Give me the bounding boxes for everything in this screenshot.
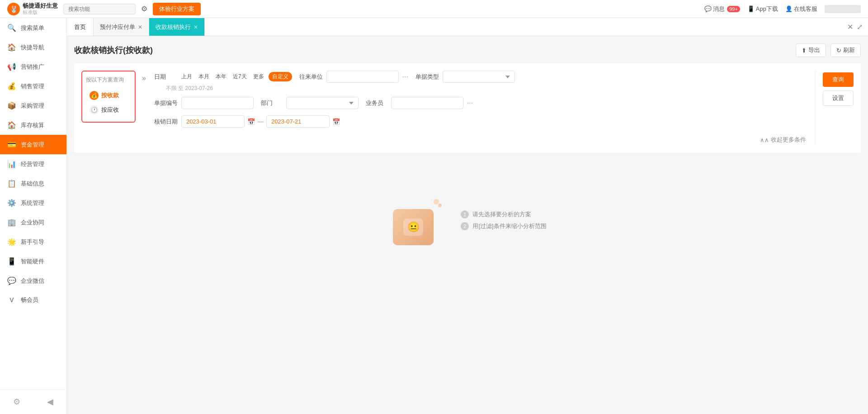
verify-date-end-input[interactable] [266,115,330,128]
tab-prepay-close[interactable]: ✕ [138,24,142,30]
sidebar-item-inventory[interactable]: 🏠 库存核算 [0,115,66,135]
topbar: 🐰 畅捷通好生意 标准版 ⚙ 体验行业方案 💬 消息 99+ 📱 App下载 👤… [0,0,868,18]
settings-bottom-icon[interactable]: ⚙ [9,393,24,410]
doc-type-group: 单据类型 [415,71,515,83]
dept-select[interactable] [286,97,359,109]
tab-close-all-icon[interactable]: ✕ [847,23,853,31]
empty-face: 😐 [403,219,423,236]
marketing-icon: 📢 [7,62,16,71]
sidebar-item-member[interactable]: V 畅会员 [0,290,66,309]
sidebar-item-quick-nav[interactable]: 🏠 快捷导航 [0,38,66,57]
filter-button-area: 查询 设置 [815,71,854,146]
tab-expand-icon[interactable]: ⤢ [857,23,863,31]
sidebar-item-wechat[interactable]: 💬 企业微信 [0,271,66,290]
member-icon: V [7,296,16,304]
tab-receivable-close[interactable]: ✕ [193,24,198,30]
step-num-2: 2 [461,222,469,230]
verify-date-end-cal-icon[interactable]: 📅 [332,118,340,125]
page-header: 收款核销执行(按收款) ⬆ 导出 ↻ 刷新 [74,43,861,57]
tabbar-actions: ✕ ⤢ [842,18,868,36]
page-content: 收款核销执行(按收款) ⬆ 导出 ↻ 刷新 按以下方 [67,36,868,414]
gear-icon[interactable]: ⚙ [141,5,147,13]
tab-home[interactable]: 首页 [67,18,94,36]
tab-prepay[interactable]: 预付冲应付单 ✕ [94,18,149,36]
sidebar-bottom: ⚙ ◀ [0,389,66,414]
refresh-icon: ↻ [836,47,841,54]
smart-hw-icon: 📱 [7,257,16,266]
doc-type-select[interactable] [443,71,515,83]
shortcut-this-year[interactable]: 本年 [214,72,228,81]
collapse-filter-icon[interactable]: » [139,74,149,82]
fund-icon: 💳 [7,140,16,149]
sidebar-item-smart-hw[interactable]: 📱 智能硬件 [0,252,66,271]
guide-icon: 🌟 [7,238,16,246]
online-service-item[interactable]: 👤 在线客服 [785,5,817,13]
date-shortcuts: 上月 本月 本年 近7天 更多 自定义 [179,72,292,81]
verify-date-group: 核销日期 📅 — 📅 [154,115,340,128]
query-button[interactable]: 查询 [823,72,854,87]
verify-date-range: 📅 — 📅 [181,115,340,128]
step-num-1: 1 [461,210,469,219]
shortcut-custom[interactable]: 自定义 [269,72,292,81]
filter-sidebar-title: 按以下方案查询 [86,76,131,84]
staff-input[interactable] [391,97,463,109]
filter-option-by-receipt[interactable]: 💰 按收款 [86,88,131,103]
filter-row-3: 核销日期 📅 — 📅 [154,115,806,128]
shortcut-this-month[interactable]: 本月 [197,72,211,81]
collapse-more-button[interactable]: ∧∧ 收起更多条件 [760,134,806,146]
shortcut-more[interactable]: 更多 [251,72,266,81]
counterpart-label: 往来单位 [299,73,323,81]
inventory-icon: 🏠 [7,121,16,129]
search-wrap [63,4,136,14]
empty-steps: 1 请先选择要分析的方案 2 用[过滤]条件来缩小分析范围 [461,210,546,230]
app-icon: 📱 [747,5,755,12]
app-download-item[interactable]: 📱 App下载 [747,5,778,13]
logo-name: 畅捷通好生意 [23,2,58,10]
logo-sub: 标准版 [23,10,58,15]
sidebar-item-search-menu[interactable]: 🔍 搜索菜单 [0,18,66,38]
date-nolimit-text: 不限 至 2023-07-26 [166,85,213,91]
message-item[interactable]: 💬 消息 99+ [704,5,740,13]
sidebar-item-marketing[interactable]: 📢 营销推广 [0,57,66,76]
system-icon: ⚙️ [7,199,16,207]
tabbar: 首页 预付冲应付单 ✕ 收款核销执行 ✕ ✕ ⤢ [67,18,868,36]
sidebar-item-enterprise[interactable]: 🏢 企业协同 [0,213,66,232]
sidebar-item-sales[interactable]: 💰 销售管理 [0,76,66,96]
sidebar-item-system[interactable]: ⚙️ 系统管理 [0,193,66,213]
topbar-left: 🐰 畅捷通好生意 标准版 ⚙ 体验行业方案 [7,2,201,15]
main-layout: 🔍 搜索菜单 🏠 快捷导航 📢 营销推广 💰 销售管理 📦 采购管理 🏠 库存核… [0,18,868,414]
sidebar-item-operations[interactable]: 📊 经营管理 [0,154,66,174]
verify-date-start-input[interactable] [181,115,245,128]
sidebar-item-guide[interactable]: 🌟 新手引导 [0,232,66,252]
quick-nav-icon: 🏠 [7,43,16,52]
shortcut-7days[interactable]: 近7天 [231,72,249,81]
export-button[interactable]: ⬆ 导出 [796,43,826,57]
shortcut-last-month[interactable]: 上月 [179,72,194,81]
service-icon: 👤 [785,5,793,12]
refresh-button[interactable]: ↻ 刷新 [830,43,861,57]
sidebar-item-purchase[interactable]: 📦 采购管理 [0,96,66,115]
filter-receivable-icon: 🕐 [90,105,99,114]
counterpart-group: 往来单位 ··· [299,71,408,83]
collapse-sidebar-icon[interactable]: ◀ [43,393,57,410]
industry-solution-button[interactable]: 体验行业方案 [153,3,201,15]
counterpart-more-icon[interactable]: ··· [402,73,408,81]
counterpart-input[interactable] [326,71,399,83]
enterprise-icon: 🏢 [7,218,16,227]
filter-option-by-receivable[interactable]: 🕐 按应收 [86,103,131,117]
content-area: 首页 预付冲应付单 ✕ 收款核销执行 ✕ ✕ ⤢ 收款核销执行(按收款) ⬆ [67,18,868,414]
tab-receivable[interactable]: 收款核销执行 ✕ [149,18,205,36]
sales-icon: 💰 [7,82,16,90]
message-label: 消息 [713,5,725,13]
search-menu-icon: 🔍 [7,24,16,32]
empty-deco-2 [438,204,442,207]
doc-num-label: 单据编号 [154,99,178,107]
sidebar-item-basic-info[interactable]: 📋 基础信息 [0,174,66,193]
settings-button[interactable]: 设置 [823,90,854,106]
basic-info-icon: 📋 [7,179,16,188]
topbar-search-input[interactable] [63,4,136,14]
sidebar-item-fund[interactable]: 💳 资金管理 [0,135,66,154]
doc-num-input[interactable] [181,97,254,109]
verify-date-start-cal-icon[interactable]: 📅 [247,118,255,125]
staff-more-icon[interactable]: ··· [467,99,473,107]
